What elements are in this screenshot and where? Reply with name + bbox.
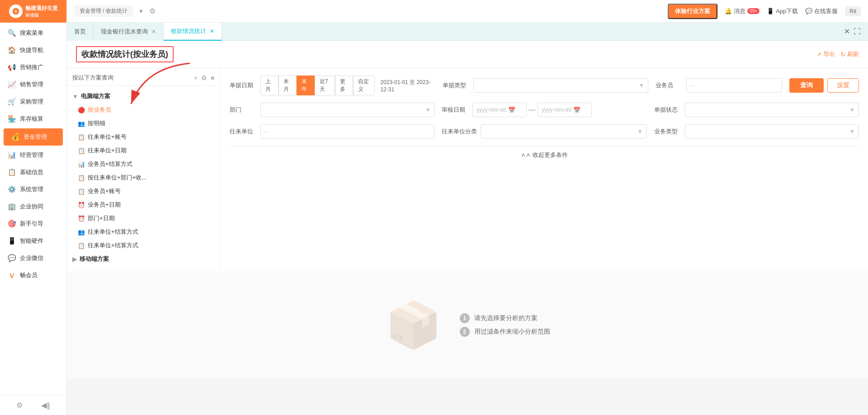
messages-button[interactable]: 🔔 消息 99+ [725, 7, 760, 15]
businesstype-select[interactable]: ▼ [685, 124, 859, 139]
filter-group-doctype: 单据类型 ▼ [443, 78, 648, 93]
tree-item-dept-date[interactable]: ⏰ 部门+日期 [67, 212, 220, 225]
filter-group-counterparty-type: 往来单位分类 ▼ [442, 124, 646, 139]
dept-select[interactable]: ▼ [260, 103, 434, 117]
filter-row-date: 单据日期 上月 本月 本年 近7天 更多 自定义 2023-01-01 至 20… [230, 75, 859, 95]
tab-collection-close-icon[interactable]: ✕ [210, 28, 214, 34]
topbar-gear-icon[interactable]: ⚙ [149, 7, 156, 15]
date-range-display: 2023-01-01 至 2023-12-31 [380, 79, 435, 93]
tab-bank[interactable]: 现金银行流水查询 ✕ [94, 23, 164, 41]
add-scheme-icon[interactable]: + [194, 74, 198, 81]
sidebar-item-basic[interactable]: 📋 基础信息 [0, 164, 66, 181]
tabbar-actions: ✕ ⛶ [844, 27, 868, 36]
sidebar-item-search[interactable]: 🔍 搜索菜单 [0, 24, 66, 42]
by-detail-icon: 👥 [78, 120, 85, 127]
businesstype-label: 业务类型 [654, 127, 681, 136]
member-icon: V [7, 272, 16, 279]
app-icon: 📱 [767, 8, 774, 14]
promo-button[interactable]: 体验行业方案 [668, 4, 717, 19]
sidebar-item-enterprise[interactable]: 🏢 企业协同 [0, 198, 66, 215]
desktop-group-arrow-icon: ▼ [72, 93, 78, 100]
counterparty-type-select[interactable]: ▼ [481, 124, 646, 139]
empty-step-1: 1 请先选择要分析的方案 [460, 313, 550, 323]
date-tab-this-month[interactable]: 本月 [278, 75, 297, 95]
date-tab-this-year[interactable]: 本年 [297, 75, 315, 95]
app-download-button[interactable]: 📱 App下载 [767, 7, 798, 15]
collapse-bar[interactable]: ∧∧ 收起更多条件 [230, 146, 859, 164]
sidebar-item-warehouse[interactable]: 🏪 库存核算 [0, 110, 66, 127]
date-tab-custom[interactable]: 自定义 [353, 75, 375, 95]
bell-icon: 🔔 [725, 8, 732, 14]
sidebar-nav: 🔍 搜索菜单 🏠 快捷导航 📢 营销推广 📈 销售管理 🛒 采购管理 🏪 库存核… [0, 23, 66, 395]
refresh-button[interactable]: ↻ 刷新 [840, 50, 859, 58]
maximize-icon[interactable]: ⛶ [854, 28, 861, 36]
dept-dropdown-icon: ▼ [425, 107, 430, 113]
collapse-panel-icon[interactable]: « [211, 74, 215, 82]
topbar: 资金管理 / 收款统计 ▼ ⚙ 体验行业方案 🔔 消息 99+ 📱 App下载 … [67, 0, 868, 23]
tree-item-counterparty-dept[interactable]: 📋 按往来单位+部门+收... [67, 171, 220, 184]
online-service-button[interactable]: 💬 在线客服 [805, 7, 838, 15]
sidebar-item-marketing[interactable]: 📢 营销推广 [0, 59, 66, 76]
by-salesman-icon: 🔴 [78, 107, 85, 113]
user-profile[interactable]: Rit [845, 6, 861, 16]
sidebar: 6 畅捷通好生意 标准版 🔍 搜索菜单 🏠 快捷导航 📢 营销推广 📈 销售管理… [0, 0, 67, 415]
svg-text:6: 6 [14, 9, 17, 14]
tree-item-by-detail[interactable]: 👥 按明细 [67, 117, 220, 130]
empty-state: 📦 1 请先选择要分析的方案 2 用过滤条件来缩小分析范围 [67, 271, 868, 379]
docstatus-select[interactable]: ▼ [685, 103, 859, 117]
tree-item-counterparty-date[interactable]: 📋 往来单位+日期 [67, 144, 220, 157]
date-tab-7days[interactable]: 近7天 [315, 75, 335, 95]
settings-footer-icon[interactable]: ⚙ [16, 401, 23, 410]
date-tab-more[interactable]: 更多 [335, 75, 353, 95]
tab-home[interactable]: 首页 [67, 23, 94, 41]
scheme-settings-icon[interactable]: ⚙ [201, 74, 207, 81]
tree-item-salesman-settlement[interactable]: 📊 业务员+结算方式 [67, 157, 220, 171]
tab-bank-close-icon[interactable]: ✕ [151, 28, 156, 35]
doctype-select[interactable]: ▼ [473, 78, 648, 93]
sidebar-item-purchase[interactable]: 🛒 采购管理 [0, 93, 66, 110]
date-tab-last-month[interactable]: 上月 [260, 75, 278, 95]
export-button[interactable]: ↗ 导出 [816, 50, 835, 58]
tree-item-salesman-account[interactable]: 📋 业务员+账号 [67, 184, 220, 198]
counterparty-date-icon: 📋 [78, 147, 85, 154]
close-window-icon[interactable]: ✕ [844, 27, 850, 36]
date-dash: — [528, 106, 536, 114]
audit-date-from[interactable]: yyyy-mm-dd 📅 [472, 103, 527, 117]
main-content: 收款情况统计(按业务员) ↗ 导出 ↻ 刷新 按以下方案查询 + ⚙ « [67, 41, 868, 415]
tree-item-salesman-date[interactable]: ⏰ 业务员+日期 [67, 198, 220, 212]
audit-date-to[interactable]: yyyy-mm-dd 📅 [538, 103, 592, 117]
sidebar-item-operation[interactable]: 📊 经营管理 [0, 146, 66, 164]
query-button[interactable]: 查询 [789, 78, 824, 93]
mobile-group-header[interactable]: ▶ 移动端方案 [67, 252, 220, 266]
tab-home-label: 首页 [74, 28, 86, 36]
sidebar-item-wechat[interactable]: 💬 企业微信 [0, 250, 66, 267]
settings-button[interactable]: 设置 [827, 78, 859, 93]
tree-item-counterparty-settlement2[interactable]: 📋 往来单位+结算方式 [67, 239, 220, 252]
newbie-icon: 🎯 [7, 220, 16, 228]
dept-date-icon: ⏰ [78, 215, 85, 222]
filter-group-date: 单据日期 上月 本月 本年 近7天 更多 自定义 2023-01-01 至 20… [230, 75, 435, 95]
sidebar-item-newbie[interactable]: 🎯 新手引导 [0, 215, 66, 232]
tree-item-by-salesman[interactable]: 🔴 按业务员 [67, 103, 220, 117]
counterparty-input[interactable]: ··· [260, 124, 434, 139]
step-num-1: 1 [460, 313, 470, 323]
sidebar-item-hardware[interactable]: 📱 智能硬件 [0, 232, 66, 250]
sidebar-item-finance[interactable]: 💰 资金管理 [4, 128, 63, 146]
tree-item-counterparty-settlement1[interactable]: 👥 往来单位+结算方式 [67, 225, 220, 239]
doctype-dropdown-icon: ▼ [639, 82, 644, 89]
tree-item-counterparty-account[interactable]: 📋 往来单位+账号 [67, 130, 220, 144]
sidebar-item-sales[interactable]: 📈 销售管理 [0, 76, 66, 93]
desktop-group-header[interactable]: ▼ 电脑端方案 [67, 90, 220, 103]
tab-collection[interactable]: 收款情况统计 ✕ [164, 23, 222, 41]
salesman-input[interactable]: ··· [686, 78, 782, 93]
sidebar-item-member[interactable]: V 畅会员 [0, 267, 66, 284]
breadcrumb-arrow-icon[interactable]: ▼ [138, 8, 144, 14]
finance-icon: 💰 [11, 133, 20, 141]
sidebar-item-quicknav[interactable]: 🏠 快捷导航 [0, 42, 66, 59]
counterparty-settlement2-icon: 📋 [78, 242, 85, 249]
sidebar-item-system[interactable]: ⚙️ 系统管理 [0, 181, 66, 198]
left-panel-header: 按以下方案查询 + ⚙ « [67, 74, 220, 86]
topbar-right: 体验行业方案 🔔 消息 99+ 📱 App下载 💬 在线客服 Rit [668, 4, 861, 19]
action-buttons: 查询 设置 [789, 78, 859, 93]
collapse-footer-icon[interactable]: ◀‖ [41, 401, 50, 410]
